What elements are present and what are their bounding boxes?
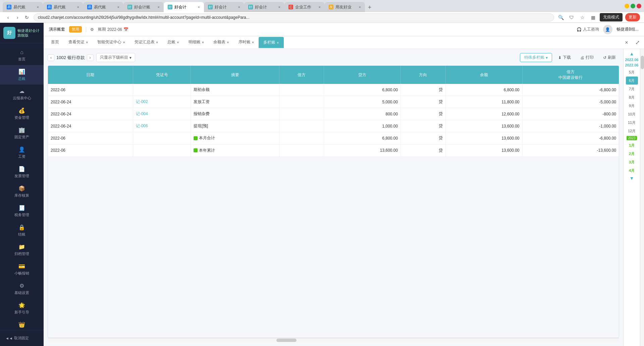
cal-month-10月[interactable]: 10月 (626, 110, 638, 118)
tab-close-t8[interactable]: × (319, 5, 321, 9)
tab-close-t6[interactable]: × (238, 5, 240, 9)
sidebar-item-tax[interactable]: 🧾 税务管理 (0, 201, 44, 221)
maximize-btn[interactable] (631, 4, 635, 8)
page-tab-close-general[interactable]: × (177, 40, 179, 44)
page-tab-sequence[interactable]: 序时账× (234, 37, 259, 48)
voucher-link-2[interactable]: 记-004 (136, 111, 148, 116)
voucher-link-1[interactable]: 记-002 (136, 99, 148, 104)
cal-month-11月[interactable]: 11月 (626, 118, 638, 127)
back-btn[interactable]: ‹ (4, 13, 12, 21)
page-tab-smart[interactable]: 智能凭证中心× (93, 37, 129, 48)
page-tab-close-summary[interactable]: × (156, 40, 158, 44)
cancel-fixed-btn[interactable]: ◄◄ 取消固定 (3, 334, 40, 343)
sidebar-item-archive[interactable]: 📁 归档管理 (0, 240, 44, 260)
account-prev-btn[interactable]: ‹ (48, 54, 54, 61)
minimize-btn[interactable] (625, 4, 629, 8)
browser-tab-t1[interactable]: 易 易代账 × (3, 2, 43, 12)
cal-month-2023-3月[interactable]: 3月 (626, 158, 638, 166)
new-tab-btn[interactable]: + (365, 3, 374, 12)
sidebar-item-assets[interactable]: 🏢 固定资产 (0, 123, 44, 143)
sidebar-item-home[interactable]: ⌂ 首页 (0, 46, 44, 65)
page-tab-multi[interactable]: 多栏账× (259, 37, 283, 48)
search-btn[interactable]: 🔍 (557, 13, 565, 21)
page-tab-close-multi[interactable]: × (277, 41, 279, 45)
filter-dropdown[interactable]: 只显示下级科目 ▾ (96, 53, 135, 62)
cal-month-6月[interactable]: 6月 (626, 77, 638, 85)
tab-close-t1[interactable]: × (37, 5, 39, 9)
user-name[interactable]: 畅捷通B组... (616, 27, 639, 32)
cal-year-2023-tag[interactable]: 2023 (627, 136, 637, 140)
tab-close-t2[interactable]: × (77, 5, 79, 9)
voucher-link-3[interactable]: 记-006 (136, 123, 148, 128)
page-tab-summary[interactable]: 凭证汇总表× (130, 37, 163, 48)
star-btn[interactable]: ☆ (578, 13, 586, 21)
sidebar-item-member[interactable]: 👑 畅会员 (0, 318, 44, 330)
tab-close-t7[interactable]: × (278, 5, 280, 9)
cal-month-2023-2月[interactable]: 2月 (626, 150, 638, 158)
cal-scroll-down-btn[interactable]: ▼ (627, 175, 637, 182)
close-browser-btn[interactable] (637, 4, 641, 8)
browser-tab-t6[interactable]: 好 好会计 × (204, 2, 244, 12)
sidebar-item-inventory[interactable]: 📦 库存核算 (0, 182, 44, 201)
page-tab-close-vouchers[interactable]: × (86, 40, 88, 44)
page-tab-balance[interactable]: 余额表× (209, 37, 233, 48)
browser-tab-t3[interactable]: 易 易代账 × (83, 2, 123, 12)
scroll-thumb[interactable] (276, 339, 297, 342)
download-btn[interactable]: ⬇ 下载 (555, 53, 574, 62)
vertical-scrollbar[interactable] (640, 49, 644, 346)
sidebar-item-reports[interactable]: ☁ 云报表中心 (0, 85, 44, 104)
cal-month-2023-4月[interactable]: 4月 (626, 166, 638, 175)
browser-tab-t7[interactable]: 好 好会计 × (244, 2, 284, 12)
browser-tab-t2[interactable]: 易 易代账 × (43, 2, 83, 12)
cal-month-9月[interactable]: 9月 (626, 102, 638, 110)
print-btn[interactable]: 🖨 打印 (577, 53, 597, 62)
tab-close-t4[interactable]: × (158, 5, 160, 9)
sidebar-item-invoice[interactable]: 📄 发票管理 (0, 162, 44, 182)
browser-tab-t8[interactable]: C 企业工作 × (284, 2, 325, 12)
account-badge[interactable]: 禁用 (69, 26, 82, 33)
cal-month-2023-1月[interactable]: 1月 (626, 141, 638, 149)
cal-month-8月[interactable]: 8月 (626, 93, 638, 101)
sidebar-item-funds[interactable]: 💰 资金管理 (0, 104, 44, 123)
cal-month-7月[interactable]: 7月 (626, 85, 638, 93)
user-avatar[interactable]: 👤 (603, 25, 612, 34)
refresh-btn[interactable]: ↺ 刷新 (600, 53, 619, 62)
v-scroll-thumb[interactable] (641, 56, 644, 69)
sidebar-item-ledger[interactable]: 📊 总账 (0, 65, 44, 85)
collapse-panel-btn[interactable]: × (623, 39, 631, 47)
update-btn[interactable]: 更新 (625, 13, 640, 21)
page-tab-detail[interactable]: 明细账× (184, 37, 209, 48)
settings-gear-btn[interactable]: ⚙ (90, 27, 94, 32)
page-tab-general[interactable]: 总账× (163, 37, 183, 48)
wuhen-btn[interactable]: 无痕模式 (600, 13, 623, 21)
service-btn[interactable]: 🎧 人工咨询 (577, 27, 599, 32)
page-tab-close-balance[interactable]: × (227, 40, 229, 44)
cal-month-5月[interactable]: 5月 (626, 68, 638, 76)
sidebar-item-guide[interactable]: 🌟 新手引导 (0, 299, 44, 318)
account-next-btn[interactable]: › (87, 54, 94, 61)
cal-scroll-up-btn[interactable]: ▲ (627, 50, 637, 57)
page-tab-vouchers[interactable]: 查看凭证× (64, 37, 93, 48)
shield-btn[interactable]: 🛡 (568, 13, 576, 21)
sidebar-item-salary[interactable]: 👤 工资 (0, 143, 44, 162)
page-tab-close-smart[interactable]: × (123, 40, 125, 44)
reload-btn[interactable]: ↻ (23, 13, 31, 21)
sidebar-item-expense[interactable]: 💳 小畅报销 (0, 260, 44, 279)
page-tab-home[interactable]: 首页 (46, 37, 64, 48)
tab-close-t5[interactable]: × (198, 5, 200, 9)
page-tab-close-detail[interactable]: × (202, 40, 204, 44)
tab-close-t9[interactable]: × (359, 5, 361, 9)
page-tab-close-sequence[interactable]: × (252, 40, 254, 44)
special-multi-btn[interactable]: 特殊多栏账 ▾ (520, 53, 552, 62)
browser-tab-t5[interactable]: 好 好会计 × (164, 2, 204, 12)
horizontal-scrollbar[interactable] (48, 338, 619, 342)
sidebar-toggle-btn[interactable]: ▦ (589, 13, 597, 21)
browser-tab-t9[interactable]: 友 用友好业 × (325, 2, 365, 12)
tab-close-t3[interactable]: × (117, 5, 119, 9)
sidebar-item-settings[interactable]: ⚙ 基础设置 (0, 279, 44, 299)
cal-month-12月[interactable]: 12月 (626, 127, 638, 135)
sidebar-item-closing[interactable]: 🔒 结账 (0, 221, 44, 240)
period-item[interactable]: 账期 2022-06 📅 (98, 27, 128, 32)
browser-tab-t4[interactable]: 好 好会计账 × (123, 2, 164, 12)
forward-btn[interactable]: › (13, 13, 21, 21)
